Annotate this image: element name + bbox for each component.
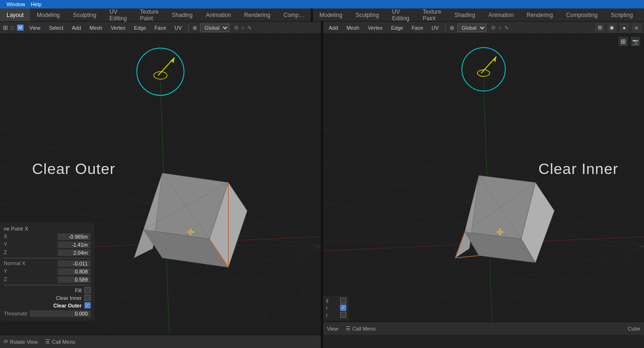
vertex-menu[interactable]: Vertex (108, 24, 128, 32)
add-menu-right[interactable]: Add (326, 24, 341, 32)
right-canvas[interactable]: Clear Inner ll r ✓ r (323, 34, 644, 335)
left-info-panel: ne Point X X -0.965m Y -1.41m Z 2.04m (0, 222, 94, 321)
left-canvas[interactable]: Clear Outer ne Point X X -0.965m Y -1.41… (0, 34, 321, 335)
rotate-view-label: Rotate View (10, 339, 38, 345)
uv-menu-right[interactable]: UV (429, 24, 442, 32)
help-menu[interactable]: Help (28, 0, 44, 8)
call-menu-btn-left[interactable]: ☰ Call Menu (45, 339, 75, 345)
info-normal-x-label: Normal X (4, 260, 25, 267)
tab-rendering-right[interactable]: Rendering (520, 8, 560, 21)
tab-uv-editing-left[interactable]: UV Editing (103, 8, 134, 21)
view-label-right: View (327, 326, 338, 331)
info-row-z: Z 2.04m (4, 249, 91, 256)
mini-fill-checkbox[interactable] (340, 298, 346, 304)
mini-fill-row: ll (326, 298, 346, 304)
mini-clear-outer-row: r (326, 312, 346, 318)
camera-icon[interactable]: 📷 (631, 37, 640, 46)
mesh-left (115, 164, 266, 288)
mesh-menu-right[interactable]: Mesh (344, 24, 362, 32)
viewport-top-right-icons: ⊞ 📷 (619, 37, 640, 46)
checkbox-icons2: M (17, 25, 24, 31)
threshold-input[interactable] (30, 310, 91, 317)
tab-add-button[interactable]: + (639, 10, 644, 20)
snap-icon-right: ⊙ (491, 25, 495, 31)
grid-bg-right: Clear Inner ll r ✓ r (323, 34, 644, 335)
fill-checkbox[interactable] (84, 287, 91, 293)
transform-select[interactable]: Global Local (200, 24, 229, 32)
tab-uv-editing-right[interactable]: UV Editing (385, 8, 416, 21)
info-section-label: ne Point (4, 226, 23, 232)
view-menu[interactable]: View (26, 24, 43, 32)
tab-compositing-right[interactable]: Compositing (560, 8, 604, 21)
info-clear-outer-row: Clear Outer ✓ (4, 302, 91, 308)
clear-outer-checkbox[interactable]: ✓ (84, 302, 91, 308)
transform-icon-right: ⊕ (450, 25, 454, 31)
proportional-icon: ○ (241, 25, 244, 31)
clear-inner-checkbox[interactable] (84, 295, 91, 301)
tab-rendering-left[interactable]: Rendering (238, 8, 277, 21)
tab-modeling-left[interactable]: Modeling (30, 8, 67, 21)
tab-animation-left[interactable]: Animation (199, 8, 237, 21)
mesh-svg-right (441, 168, 583, 286)
tab-scripting-right[interactable]: Scripting (604, 8, 640, 21)
uv-menu[interactable]: UV (172, 24, 184, 32)
checkbox-icons: □ (11, 25, 14, 31)
tab-shading-right[interactable]: Shading (448, 8, 482, 21)
menu-icon-right: ☰ (346, 325, 351, 331)
mesh-menu[interactable]: Mesh (87, 24, 105, 32)
gizmo-left (132, 43, 189, 101)
window-menu[interactable]: Window (4, 0, 28, 8)
svg-line-55 (455, 256, 479, 258)
mini-clear-outer-label: r (326, 312, 328, 318)
rotate-view-btn[interactable]: ⟳ Rotate View (4, 339, 38, 345)
call-menu-btn-right[interactable]: ☰ Call Menu (346, 325, 376, 331)
tab-texture-paint-right[interactable]: Texture Paint (416, 8, 448, 21)
menu-icon-left: ☰ (45, 339, 50, 345)
viewport-filter-icon[interactable]: ≡ (632, 23, 641, 33)
main-area: ⊞ □ M View Select Add Mesh Vertex Edge F… (0, 22, 644, 348)
add-menu[interactable]: Add (69, 24, 84, 32)
falloff-icon-right: ∿ (504, 25, 509, 31)
tab-shading-left[interactable]: Shading (165, 8, 199, 21)
grid-icon[interactable]: ⊞ (619, 37, 628, 46)
viewport-overlay-icon[interactable]: ◉ (607, 23, 617, 33)
call-menu-label-left: Call Menu (52, 339, 75, 345)
call-menu-label-right: Call Menu (352, 326, 376, 331)
mesh-right (441, 168, 583, 288)
edge-menu[interactable]: Edge (131, 24, 149, 32)
left-viewport: ⊞ □ M View Select Add Mesh Vertex Edge F… (0, 22, 322, 348)
clear-inner-label: Clear Inner (56, 295, 82, 301)
viewport-toggle-icon[interactable]: ⊞ (595, 23, 604, 33)
right-viewport: Add Mesh Vertex Edge Face UV ⊕ Global Lo… (323, 22, 644, 348)
edge-menu-right[interactable]: Edge (388, 24, 406, 32)
viewport-shading-icon[interactable]: ● (619, 23, 629, 33)
tab-sculpting-right[interactable]: Sculpting (349, 8, 385, 21)
vertex-menu-right[interactable]: Vertex (365, 24, 385, 32)
view-text-right: View (327, 326, 338, 331)
info-x-val: -0.965m (58, 233, 91, 240)
transform-select-right[interactable]: Global Local (457, 24, 486, 32)
tab-layout[interactable]: Layout (0, 8, 30, 21)
transform-icon: ⊕ (192, 25, 197, 31)
info-row-normal-z: Z 0.589 (4, 276, 91, 283)
select-menu[interactable]: Select (46, 24, 67, 32)
info-x-label: X (4, 233, 7, 240)
face-menu-right[interactable]: Face (409, 24, 426, 32)
mini-clear-inner-checkbox[interactable]: ✓ (340, 305, 346, 311)
face-menu[interactable]: Face (152, 24, 169, 32)
tab-sculpting-left[interactable]: Sculpting (67, 8, 103, 21)
tab-modeling-right[interactable]: Modeling (313, 8, 349, 21)
tab-animation-right[interactable]: Animation (482, 8, 520, 21)
app-root: Window Help Layout Modeling Sculpting UV… (0, 0, 644, 348)
left-toolbar: ⊞ □ M View Select Add Mesh Vertex Edge F… (0, 22, 321, 34)
mini-clear-inner-row: r ✓ (326, 305, 346, 311)
mini-clear-outer-checkbox[interactable] (340, 312, 346, 318)
mini-clear-inner-label: r (326, 305, 328, 311)
info-normal-y-val: 0.808 (58, 268, 91, 275)
tab-comp-left[interactable]: Comp… (277, 8, 311, 21)
info-section-header: ne Point X (4, 226, 91, 232)
right-toolbar: Add Mesh Vertex Edge Face UV ⊕ Global Lo… (323, 22, 644, 34)
snap-icon: ⊙ (234, 25, 238, 31)
tab-texture-paint-left[interactable]: Texture Paint (134, 8, 165, 21)
svg-marker-47 (493, 57, 496, 62)
